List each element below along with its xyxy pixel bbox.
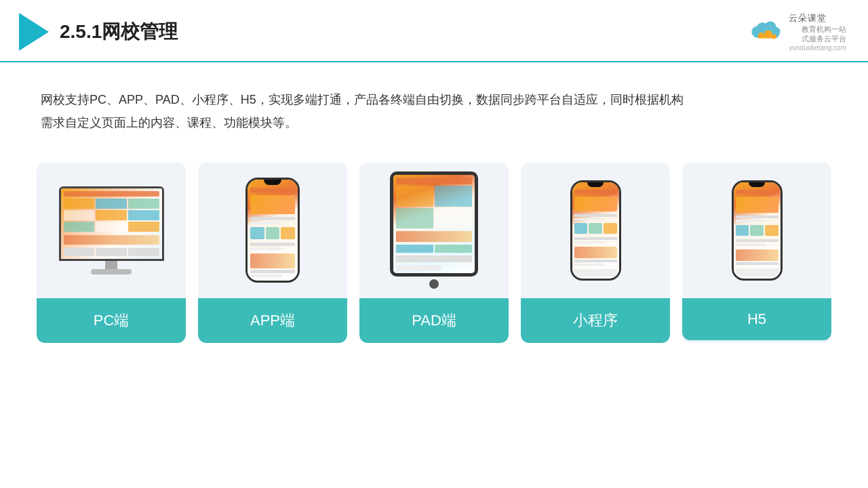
h5-device-illustration — [732, 180, 783, 281]
app-device-illustration — [245, 178, 300, 283]
description-text: 网校支持PC、APP、PAD、小程序、H5，实现多端打通，产品各终端自由切换，数… — [41, 88, 827, 134]
brand-sub: 教育机构一站式服务云平台 — [789, 24, 846, 44]
h5-image-area — [682, 163, 831, 298]
pc-device-illustration — [59, 186, 164, 274]
svg-rect-3 — [758, 35, 776, 38]
pad-device-illustration — [390, 171, 478, 289]
card-pc: PC端 — [37, 163, 186, 343]
brand-url: yunduoketang.com — [789, 44, 846, 52]
card-app-label: APP端 — [198, 298, 347, 343]
cloud-icon — [749, 21, 785, 43]
brand-name: 云朵课堂 — [789, 12, 846, 24]
card-miniprogram: 小程序 — [521, 163, 670, 343]
cloud-logo: 云朵课堂 教育机构一站式服务云平台 yunduoketang.com — [749, 12, 846, 52]
app-image-area — [198, 163, 347, 298]
card-pc-label: PC端 — [37, 298, 186, 343]
card-app: APP端 — [198, 163, 347, 343]
description-block: 网校支持PC、APP、PAD、小程序、H5，实现多端打通，产品各终端自由切换，数… — [0, 62, 868, 134]
miniprogram-device-illustration — [570, 180, 621, 281]
card-pad: PAD端 — [359, 163, 509, 343]
miniprogram-image-area — [521, 163, 670, 298]
pad-image-area — [359, 163, 509, 298]
pc-image-area — [37, 163, 186, 298]
header-left: 2.5.1网校管理 — [19, 13, 178, 51]
card-h5: H5 — [682, 163, 831, 343]
card-h5-label: H5 — [682, 298, 831, 340]
header-right: 云朵课堂 教育机构一站式服务云平台 yunduoketang.com — [749, 12, 846, 52]
card-pad-label: PAD端 — [359, 298, 509, 343]
brand-triangle-icon — [19, 13, 49, 51]
header: 2.5.1网校管理 云朵课堂 教育机构一站式服务云平台 yunduoketang… — [0, 0, 868, 62]
cards-section: PC端 — [0, 134, 868, 343]
page-title: 2.5.1网校管理 — [60, 19, 178, 45]
card-miniprogram-label: 小程序 — [521, 298, 670, 343]
